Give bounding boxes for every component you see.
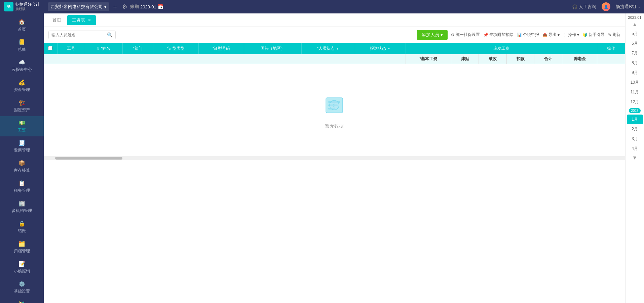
new-guide-btn[interactable]: 🔰 新手引导: [582, 32, 605, 38]
export-btn[interactable]: 📤 导出 ▾: [542, 32, 560, 38]
empty-svg: :|: [321, 91, 348, 118]
add-person-btn[interactable]: 添加人员 ▾: [417, 30, 448, 40]
sidebar-label-multi: 多机构管理: [12, 208, 32, 214]
logo-area: 畅 畅捷通好会计 旗舰版: [4, 2, 48, 11]
sidebar-item-ledger[interactable]: 📒 总账: [0, 36, 44, 56]
month-2023-03[interactable]: 3月: [627, 134, 643, 144]
col-performance: 绩效: [479, 54, 507, 64]
sidebar-item-salary[interactable]: 💵 工资: [0, 116, 44, 136]
month-2022-12[interactable]: 12月: [627, 97, 643, 107]
calendar-icon[interactable]: 📅: [158, 4, 163, 9]
toolbar: 🔍 添加人员 ▾ ⚙ 统一社保设置 📌 专项附加扣除 📊 个税申报: [44, 27, 625, 43]
sidebar-item-home[interactable]: 🏠 首页: [0, 15, 44, 36]
table-container: 工号 ⇅ *姓名 *部门 *证型类型 *证型号码 国籍（地区） *人员状态 ▼: [44, 43, 625, 303]
refresh-btn[interactable]: ↻ 刷新: [608, 32, 620, 38]
tax-declaration-label: 个税申报: [523, 32, 539, 38]
avatar-icon: 👤: [604, 5, 608, 9]
cloud-icon: ☁️: [18, 59, 25, 66]
col-deduction: 扣款: [506, 54, 534, 64]
search-input[interactable]: [51, 33, 107, 37]
month-2022-10[interactable]: 10月: [627, 78, 643, 87]
sidebar-label-close: 结账: [18, 228, 26, 234]
month-2022-07[interactable]: 7月: [627, 48, 643, 58]
sidebar-item-invoice[interactable]: 🧾 发票管理: [0, 136, 44, 157]
sidebar-item-tax[interactable]: 📋 税务管理: [0, 177, 44, 197]
panel-nav-down[interactable]: ▼: [631, 154, 639, 162]
sidebar-label-invoice: 发票管理: [14, 147, 30, 153]
refresh-label: 刷新: [612, 32, 620, 38]
sidebar-label-archive: 归档管理: [14, 248, 30, 254]
company-selector[interactable]: 西安虾米网络科技有限公司 ▾: [48, 2, 109, 11]
sidebar-item-archive[interactable]: 🗂️ 归档管理: [0, 237, 44, 257]
salary-icon: 💵: [18, 120, 25, 126]
col-report-status: 报送状态 ▼: [355, 43, 406, 54]
sidebar-label-ledger: 总账: [18, 47, 26, 52]
month-2023-02[interactable]: 2月: [627, 124, 643, 134]
sidebar-item-close[interactable]: 🔒 结账: [0, 217, 44, 237]
add-icon[interactable]: ＋: [112, 3, 118, 11]
tax-declaration-btn[interactable]: 📊 个税申报: [517, 32, 539, 38]
col-payroll: 应发工资: [406, 43, 597, 54]
user-avatar[interactable]: 👤: [602, 2, 610, 11]
select-all-header[interactable]: [44, 43, 57, 54]
operations-label: 操作: [568, 32, 576, 38]
main-layout: 🏠 首页 📒 总账 ☁️ 云报表中心 💰 资金管理 🏗️ 固定资产 💵 工资 🧾…: [0, 13, 644, 303]
home-icon: 🏠: [18, 19, 25, 25]
logo-text: 畅捷通好会计: [15, 2, 40, 7]
table-body: :| 暂无数据: [44, 64, 625, 157]
tab-close-icon[interactable]: ✕: [88, 18, 91, 23]
content-area: 首页 工资表 ✕ 🔍 添加人员 ▾ ⚙ 统一社保设置: [44, 13, 625, 303]
sidebar-item-multi[interactable]: 🏢 多机构管理: [0, 197, 44, 217]
top-header: 畅 畅捷通好会计 旗舰版 西安虾米网络科技有限公司 ▾ ＋ ⚙ 账期 2023-…: [0, 0, 644, 13]
sidebar-item-cloud[interactable]: ☁️ 云报表中心: [0, 56, 44, 76]
report-filter-icon[interactable]: ▼: [387, 47, 391, 50]
col-actions: 操作: [597, 43, 625, 54]
assets-icon: 🏗️: [18, 99, 25, 106]
sidebar-item-settings[interactable]: ⚙️ 基础设置: [0, 277, 44, 298]
tab-home-label: 首页: [52, 17, 61, 23]
social-security-btn[interactable]: ⚙ 统一社保设置: [451, 32, 480, 38]
month-2022-11[interactable]: 11月: [627, 87, 643, 97]
headphone-icon: 🎧: [572, 4, 577, 9]
empty-text: 暂无数据: [325, 123, 344, 129]
month-2023-01[interactable]: 1月: [627, 115, 643, 124]
sidebar-label-cloud: 云报表中心: [12, 67, 32, 73]
operations-dropdown-icon: ▾: [577, 33, 579, 37]
month-2022-09[interactable]: 9月: [627, 68, 643, 78]
month-2022-06[interactable]: 6月: [627, 39, 643, 48]
tax-icon: 📋: [18, 180, 25, 186]
sidebar-item-guide[interactable]: 🔰 新手引导: [0, 298, 44, 303]
sidebar-item-inventory[interactable]: 📦 库存核算: [0, 157, 44, 177]
invoice-icon: 🧾: [18, 140, 25, 146]
sidebar-label-expense: 小畅报销: [14, 268, 30, 274]
service-btn[interactable]: 🎧 人工咨询: [572, 4, 596, 10]
tab-salary-table[interactable]: 工资表 ✕: [67, 15, 96, 25]
special-deduction-btn[interactable]: 📌 专项附加扣除: [483, 32, 514, 38]
logo-initials: 畅: [7, 4, 10, 9]
panel-nav-up[interactable]: ▲: [631, 20, 639, 29]
settings-icon[interactable]: ⚙: [122, 3, 127, 10]
table-scrollbar[interactable]: [44, 156, 625, 160]
refresh-icon: ↻: [608, 33, 611, 37]
svg-text::|: :|: [333, 102, 336, 108]
operations-btn[interactable]: ⋮ 操作 ▾: [563, 32, 579, 38]
empty-state-cell: :| 暂无数据: [44, 64, 625, 157]
sidebar-item-assets[interactable]: 🏗️ 固定资产: [0, 96, 44, 116]
scroll-thumb[interactable]: [55, 157, 122, 160]
col-id-no: *证型号码: [199, 43, 244, 54]
month-2022-08[interactable]: 8月: [627, 58, 643, 68]
month-2023-04[interactable]: 4月: [627, 144, 643, 154]
sidebar-item-expense[interactable]: 📝 小畅报销: [0, 257, 44, 277]
month-2022-05[interactable]: 5月: [627, 29, 643, 39]
export-dropdown-icon: ▾: [558, 33, 560, 37]
sidebar-item-fund[interactable]: 💰 资金管理: [0, 76, 44, 96]
tab-home[interactable]: 首页: [48, 15, 66, 25]
col-status: *人员状态 ▼: [301, 43, 355, 54]
col-dept: *部门: [122, 43, 153, 54]
inventory-icon: 📦: [18, 160, 25, 166]
status-filter-icon[interactable]: ▼: [336, 47, 339, 50]
multi-icon: 🏢: [18, 200, 25, 207]
search-box[interactable]: 🔍: [48, 31, 116, 39]
select-all-checkbox[interactable]: [48, 46, 52, 50]
col-total: 合计: [534, 54, 562, 64]
